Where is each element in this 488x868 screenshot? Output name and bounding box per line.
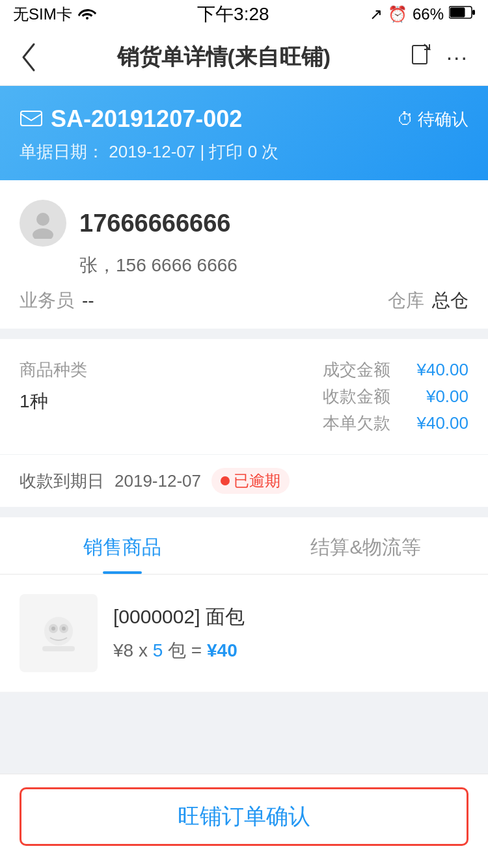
order-date-line: 单据日期： 2019-12-07 | 打印 0 次 <box>20 141 468 163</box>
warehouse-label: 仓库 <box>388 288 424 313</box>
warehouse-value: 总仓 <box>432 288 468 313</box>
avatar <box>20 200 66 247</box>
wifi-icon <box>77 5 97 23</box>
multiply-sign: x <box>139 640 153 660</box>
svg-point-11 <box>51 627 55 631</box>
summary-row-1: 收款金额 ¥0.00 <box>323 385 468 408</box>
tab-settlement[interactable]: 结算&物流等 <box>244 517 488 574</box>
summary-label-0: 成交金额 <box>323 359 390 381</box>
order-id-text: SA-20191207-002 <box>51 105 242 133</box>
product-list: [0000002] 面包 ¥8 x 5 包 = ¥40 <box>0 575 488 692</box>
svg-point-12 <box>62 627 66 631</box>
status-time: 下午3:28 <box>197 2 269 27</box>
nav-actions: ··· <box>410 43 468 71</box>
product-unit: 包 <box>168 640 186 660</box>
product-name: [0000002] 面包 <box>113 604 468 631</box>
tabs-bar: 销售商品 结算&物流等 <box>0 517 488 575</box>
type-value: 1种 <box>20 389 87 414</box>
svg-point-6 <box>36 213 49 226</box>
salesman-value: -- <box>82 290 94 311</box>
svg-rect-3 <box>413 46 427 64</box>
svg-rect-2 <box>472 10 475 15</box>
due-date-label: 收款到期日 <box>20 470 104 493</box>
tab-label-0: 销售商品 <box>83 536 161 558</box>
salesman-label: 业务员 <box>20 288 74 313</box>
share-icon[interactable] <box>410 43 433 71</box>
divider-1 <box>0 329 488 339</box>
table-row: [0000002] 面包 ¥8 x 5 包 = ¥40 <box>0 575 488 692</box>
product-title: 面包 <box>206 606 245 627</box>
equals-sign: = <box>191 640 207 660</box>
overdue-badge: 已逾期 <box>211 468 290 494</box>
svg-rect-13 <box>42 646 75 651</box>
confirm-order-button[interactable]: 旺铺订单确认 <box>20 787 468 846</box>
summary-label-1: 收款金额 <box>323 385 390 408</box>
summary-left: 商品种类 1种 <box>20 359 87 414</box>
status-bar: 无SIM卡 下午3:28 ↗ ⏰ 66% <box>0 0 488 29</box>
svg-point-7 <box>33 228 53 239</box>
summary-row-0: 成交金额 ¥40.00 <box>323 359 468 381</box>
product-code: [0000002] <box>113 606 200 627</box>
summary-right: 成交金额 ¥40.00 收款金额 ¥0.00 本单欠款 ¥40.00 <box>323 359 468 435</box>
print-count: 0 <box>248 142 257 161</box>
product-price-line: ¥8 x 5 包 = ¥40 <box>113 638 468 663</box>
more-icon[interactable]: ··· <box>446 44 468 70</box>
svg-point-8 <box>44 617 73 645</box>
alarm-icon: ⏰ <box>388 5 407 23</box>
customer-meta: 业务员 -- 仓库 总仓 <box>20 288 468 313</box>
customer-card: 17666666666 张，156 6666 6666 业务员 -- 仓库 总仓 <box>0 180 488 329</box>
warehouse-item: 仓库 总仓 <box>388 288 468 313</box>
product-total: ¥40 <box>207 640 237 660</box>
status-text: 待确认 <box>418 108 468 131</box>
order-id-row: SA-20191207-002 <box>20 105 242 133</box>
overdue-dot-icon <box>221 476 230 485</box>
salesman-item: 业务员 -- <box>20 288 94 313</box>
status-clock-icon: ⏱ <box>397 109 414 129</box>
product-qty: 5 <box>153 640 163 660</box>
battery-icon <box>449 5 475 23</box>
overdue-text: 已逾期 <box>234 470 280 491</box>
type-label: 商品种类 <box>20 359 87 381</box>
page-title: 销货单详情(来自旺铺) <box>117 42 331 72</box>
confirm-order-label: 旺铺订单确认 <box>178 802 310 832</box>
tab-sales-products[interactable]: 销售商品 <box>0 517 244 574</box>
svg-rect-1 <box>450 8 465 18</box>
print-label: | 打印 <box>200 142 247 161</box>
divider-2 <box>0 507 488 517</box>
svg-rect-5 <box>21 111 42 126</box>
order-header: SA-20191207-002 ⏱ 待确认 单据日期： 2019-12-07 |… <box>0 86 488 180</box>
status-left: 无SIM卡 <box>13 4 97 25</box>
summary-value-0: ¥40.00 <box>403 360 468 380</box>
summary-value-2: ¥40.00 <box>403 413 468 433</box>
date-label: 单据日期： <box>20 142 104 161</box>
customer-name: 张，156 6666 6666 <box>20 253 468 278</box>
due-date-value: 2019-12-07 <box>115 471 201 491</box>
print-suffix: 次 <box>262 142 278 161</box>
tab-label-1: 结算&物流等 <box>310 536 421 558</box>
due-date-row: 收款到期日 2019-12-07 已逾期 <box>0 454 488 507</box>
customer-phone: 17666666666 <box>79 210 230 237</box>
nav-bar: 销货单详情(来自旺铺) ··· <box>0 29 488 86</box>
summary-card: 商品种类 1种 成交金额 ¥40.00 收款金额 ¥0.00 本单欠款 ¥40.… <box>0 339 488 454</box>
summary-value-1: ¥0.00 <box>403 387 468 407</box>
order-date-value: 2019-12-07 <box>109 142 195 161</box>
order-status: ⏱ 待确认 <box>397 108 468 131</box>
location-icon: ↗ <box>370 5 383 23</box>
product-unit-price: ¥8 <box>113 640 133 660</box>
bottom-area: 旺铺订单确认 <box>0 774 488 868</box>
order-icon <box>20 105 43 133</box>
summary-label-2: 本单欠款 <box>323 412 390 435</box>
status-right: ↗ ⏰ 66% <box>370 5 475 23</box>
summary-row-2: 本单欠款 ¥40.00 <box>323 412 468 435</box>
back-button[interactable] <box>20 42 38 73</box>
battery-label: 66% <box>413 5 444 23</box>
product-thumbnail <box>20 594 98 672</box>
product-info: [0000002] 面包 ¥8 x 5 包 = ¥40 <box>113 604 468 663</box>
carrier-label: 无SIM卡 <box>13 4 72 25</box>
